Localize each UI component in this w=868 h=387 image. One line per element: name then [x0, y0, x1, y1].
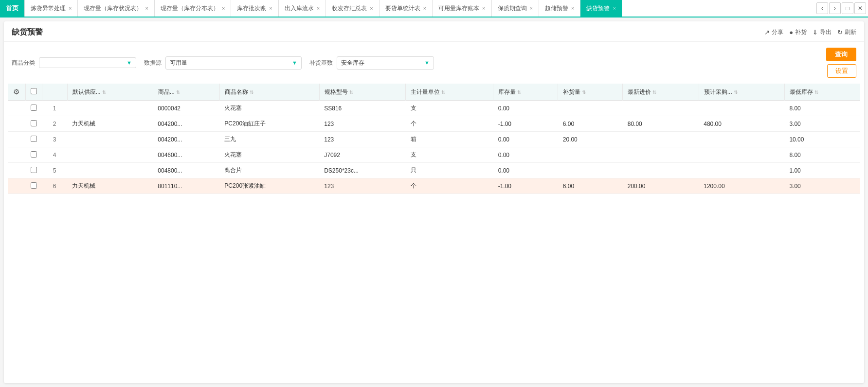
table-settings-icon[interactable]: ⚙ [13, 88, 19, 96]
row-price-cell [623, 147, 699, 163]
tab-bar: 首页 炼货异常处理 × 现存量（库存状况表） × 现存量（库存分布表） × 库存… [0, 0, 868, 18]
row-checkbox-4[interactable] [31, 167, 37, 173]
export-button[interactable]: ⇓ 导出 [813, 28, 832, 36]
stock-sort-icon: ⇅ [517, 89, 521, 95]
row-name-cell: 火花塞 [219, 101, 319, 116]
refresh-label: 刷新 [845, 28, 856, 36]
tab-prev-btn[interactable]: ‹ [816, 2, 828, 14]
category-select-arrow: ▼ [127, 60, 132, 66]
th-stock[interactable]: 库存量 ⇅ [493, 84, 558, 101]
tab-abnormal-close[interactable]: × [69, 5, 72, 11]
row-checkbox-cell [25, 178, 42, 194]
tab-available[interactable]: 可用量库存账本 × [433, 0, 491, 17]
tab-available-close[interactable]: × [482, 5, 485, 11]
tab-recv[interactable]: 收发存汇总表 × [326, 0, 379, 17]
th-min-stock[interactable]: 最低库存 ⇅ [784, 84, 860, 101]
row-checkbox-5[interactable] [31, 182, 37, 189]
tab-shortage-label: 缺货预警 [586, 4, 610, 13]
tab-order-close[interactable]: × [423, 5, 426, 11]
tab-stock-status-close[interactable]: × [145, 5, 148, 11]
row-est-cell [699, 147, 784, 163]
tab-available-label: 可用量库存账本 [438, 4, 479, 13]
tab-next-btn[interactable]: › [829, 2, 841, 14]
row-checkbox-cell [25, 147, 42, 163]
tab-expiry-label: 保质期查询 [498, 4, 527, 13]
replenish-button[interactable]: ● 补货 [789, 28, 807, 36]
row-unit-cell: 箱 [406, 132, 493, 147]
row-checkbox-cell [25, 132, 42, 147]
tab-stock-status[interactable]: 现存量（库存状况表） × [78, 0, 154, 17]
settings-button[interactable]: 设置 [827, 64, 856, 78]
replenish-select[interactable]: 安全库存 ▼ [337, 56, 434, 70]
row-est-cell [699, 132, 784, 147]
tab-nav-btns: ‹ › □ ✕ [814, 2, 868, 14]
row-supplier-cell [67, 147, 153, 163]
row-checkbox-3[interactable] [31, 151, 37, 158]
row-name-cell: 三九 [219, 132, 319, 147]
tab-batch-close[interactable]: × [269, 5, 272, 11]
page-container: 缺货预警 ↗ 分享 ● 补货 ⇓ 导出 ↻ 刷新 商品分类 [4, 21, 864, 383]
category-select[interactable]: ▼ [39, 57, 136, 68]
tab-expiry-close[interactable]: × [530, 5, 533, 11]
th-unit[interactable]: 主计量单位 ⇅ [406, 84, 493, 101]
row-code-cell: 801110... [153, 178, 219, 194]
tab-shortage[interactable]: 缺货预警 × [580, 0, 622, 17]
row-code-cell: 004200... [153, 132, 219, 147]
export-icon: ⇓ [813, 29, 818, 36]
tab-expiry[interactable]: 保质期查询 × [492, 0, 539, 17]
row-code-cell: 004800... [153, 163, 219, 178]
th-product-name[interactable]: 商品名称 ⇅ [219, 84, 319, 101]
refresh-button[interactable]: ↻ 刷新 [837, 28, 856, 36]
row-num-cell: 6 [42, 178, 67, 194]
row-replenish-cell: 6.00 [558, 116, 623, 132]
row-num-cell: 3 [42, 132, 67, 147]
row-checkbox-2[interactable] [31, 136, 37, 142]
th-supplier[interactable]: 默认供应... ⇅ [67, 84, 153, 101]
tab-batch[interactable]: 库存批次账 × [231, 0, 278, 17]
row-name-cell: 离合片 [219, 163, 319, 178]
row-stock-cell: 0.00 [493, 132, 558, 147]
th-product-code[interactable]: 商品... ⇅ [153, 84, 219, 101]
row-spec-cell: 123 [319, 132, 405, 147]
tab-stock-dist-close[interactable]: × [222, 5, 225, 11]
code-sort-icon: ⇅ [176, 89, 180, 95]
row-replenish-cell: 6.00 [558, 178, 623, 194]
select-all-checkbox[interactable] [31, 88, 37, 94]
row-checkbox-0[interactable] [31, 105, 37, 111]
tab-abnormal[interactable]: 炼货异常处理 × [25, 0, 78, 17]
row-checkbox-1[interactable] [31, 120, 37, 126]
th-latest-price[interactable]: 最新进价 ⇅ [623, 84, 699, 101]
th-spec[interactable]: 规格型号 ⇅ [319, 84, 405, 101]
est-sort-icon: ⇅ [734, 89, 738, 95]
share-button[interactable]: ↗ 分享 [764, 28, 783, 36]
row-name-cell: PC200油缸庄子 [219, 116, 319, 132]
tab-inout-close[interactable]: × [317, 5, 320, 11]
tab-shortage-close[interactable]: × [613, 5, 615, 11]
tab-overstock[interactable]: 超储预警 × [539, 0, 580, 17]
tab-overstock-close[interactable]: × [571, 5, 574, 11]
th-replenish[interactable]: 补货量 ⇅ [558, 84, 623, 101]
datasource-label: 数据源 [144, 59, 162, 67]
table-row: 4 004600... 火花塞 J7092 支 0.00 8.00 [8, 147, 860, 163]
tab-recv-close[interactable]: × [370, 5, 373, 11]
tab-restore-btn[interactable]: □ [842, 2, 853, 14]
row-supplier-cell [67, 163, 153, 178]
row-name-cell: PC200张紧油缸 [219, 178, 319, 194]
tab-close-all-btn[interactable]: ✕ [854, 2, 866, 14]
tab-stock-dist[interactable]: 现存量（库存分布表） × [155, 0, 231, 17]
tab-inout-label: 出入库流水 [285, 4, 314, 13]
query-button[interactable]: 查询 [826, 48, 856, 61]
tab-inout[interactable]: 出入库流水 × [279, 0, 326, 17]
tab-home[interactable]: 首页 [0, 0, 25, 17]
datasource-select[interactable]: 可用量 ▼ [165, 56, 302, 70]
row-stock-cell: -1.00 [493, 116, 558, 132]
table-row: 1 0000042 火花塞 SS816 支 0.00 8.00 [8, 101, 860, 116]
replenish-filter-group: 补货基数 安全库存 ▼ [309, 56, 434, 70]
th-settings: ⚙ [8, 84, 25, 101]
th-est-purchase[interactable]: 预计采购... ⇅ [699, 84, 784, 101]
row-code-cell: 004600... [153, 147, 219, 163]
table-header-row: ⚙ 默认供应... ⇅ 商品... [8, 84, 860, 101]
tab-order[interactable]: 要货单统计表 × [380, 0, 433, 17]
row-code-cell: 0000042 [153, 101, 219, 116]
row-num-cell: 2 [42, 116, 67, 132]
